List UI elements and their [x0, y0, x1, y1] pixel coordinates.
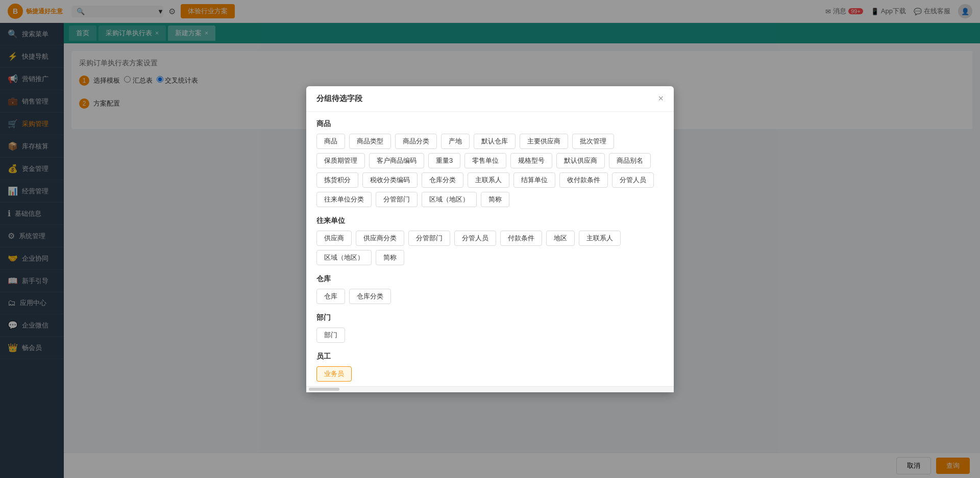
- field-tag[interactable]: 商品类型: [349, 134, 391, 149]
- field-tag[interactable]: 规格型号: [510, 153, 552, 168]
- field-tag[interactable]: 分管部门: [408, 231, 450, 246]
- modal-header: 分组待选字段 ×: [306, 86, 674, 112]
- modal-title: 分组待选字段: [316, 94, 362, 104]
- modal-overlay: 分组待选字段 × 商品 商品 商品类型 商品分类 产地 默认仓库 主要供应商 批…: [0, 0, 980, 478]
- field-tag[interactable]: 仓库: [316, 289, 345, 304]
- field-tag[interactable]: 仓库分类: [422, 172, 463, 188]
- modal-scrollbar[interactable]: [306, 386, 674, 392]
- field-tag[interactable]: 主联系人: [579, 231, 621, 246]
- field-tag[interactable]: 简称: [376, 250, 404, 265]
- field-tag[interactable]: 结算单位: [513, 172, 555, 188]
- field-group-dept: 部门 部门: [316, 313, 664, 343]
- field-tag[interactable]: 保质期管理: [316, 153, 365, 168]
- group-warehouse-title: 仓库: [316, 274, 664, 284]
- field-tag[interactable]: 零售单位: [464, 153, 506, 168]
- field-tag[interactable]: 默认供应商: [556, 153, 605, 168]
- modal-close-button[interactable]: ×: [658, 93, 664, 104]
- field-tag[interactable]: 区域（地区）: [422, 192, 477, 207]
- field-tag[interactable]: 商品: [316, 134, 345, 149]
- field-tag[interactable]: 付款条件: [500, 231, 542, 246]
- field-tag[interactable]: 产地: [441, 134, 470, 149]
- dept-tags: 部门: [316, 328, 664, 343]
- field-tag[interactable]: 重量3: [428, 153, 460, 168]
- field-group-warehouse: 仓库 仓库 仓库分类: [316, 274, 664, 304]
- field-tag[interactable]: 分管部门: [376, 192, 418, 207]
- field-select-modal: 分组待选字段 × 商品 商品 商品类型 商品分类 产地 默认仓库 主要供应商 批…: [306, 86, 674, 392]
- field-tag[interactable]: 主要供应商: [520, 134, 568, 149]
- field-tag[interactable]: 默认仓库: [474, 134, 516, 149]
- field-tag[interactable]: 客户商品编码: [369, 153, 424, 168]
- field-group-employee: 员工 业务员: [316, 352, 664, 382]
- field-tag[interactable]: 批次管理: [572, 134, 614, 149]
- group-partner-title: 往来单位: [316, 216, 664, 225]
- group-dept-title: 部门: [316, 313, 664, 322]
- employee-tags: 业务员: [316, 366, 664, 382]
- field-tag[interactable]: 简称: [481, 192, 509, 207]
- field-group-partner: 往来单位 供应商 供应商分类 分管部门 分管人员 付款条件 地区 主联系人 区域…: [316, 216, 664, 265]
- product-tags: 商品 商品类型 商品分类 产地 默认仓库 主要供应商 批次管理 保质期管理 客户…: [316, 134, 664, 207]
- field-tag[interactable]: 主联系人: [468, 172, 509, 188]
- field-tag[interactable]: 供应商分类: [356, 231, 404, 246]
- field-tag[interactable]: 往来单位分类: [316, 192, 372, 207]
- field-tag[interactable]: 业务员: [316, 366, 352, 382]
- warehouse-tags: 仓库 仓库分类: [316, 289, 664, 304]
- field-tag[interactable]: 商品别名: [609, 153, 651, 168]
- group-employee-title: 员工: [316, 352, 664, 361]
- field-tag[interactable]: 地区: [546, 231, 575, 246]
- field-tag[interactable]: 部门: [316, 328, 345, 343]
- field-tag[interactable]: 分管人员: [454, 231, 496, 246]
- field-tag[interactable]: 供应商: [316, 231, 352, 246]
- field-tag[interactable]: 税收分类编码: [362, 172, 418, 188]
- modal-body: 商品 商品 商品类型 商品分类 产地 默认仓库 主要供应商 批次管理 保质期管理…: [306, 112, 674, 386]
- field-tag[interactable]: 区域（地区）: [316, 250, 372, 265]
- field-tag[interactable]: 商品分类: [395, 134, 437, 149]
- field-tag[interactable]: 分管人员: [612, 172, 654, 188]
- field-tag[interactable]: 收付款条件: [559, 172, 608, 188]
- partner-tags: 供应商 供应商分类 分管部门 分管人员 付款条件 地区 主联系人 区域（地区） …: [316, 231, 664, 265]
- group-product-title: 商品: [316, 119, 664, 129]
- field-group-product: 商品 商品 商品类型 商品分类 产地 默认仓库 主要供应商 批次管理 保质期管理…: [316, 119, 664, 207]
- field-tag[interactable]: 拣货积分: [316, 172, 358, 188]
- field-tag[interactable]: 仓库分类: [349, 289, 391, 304]
